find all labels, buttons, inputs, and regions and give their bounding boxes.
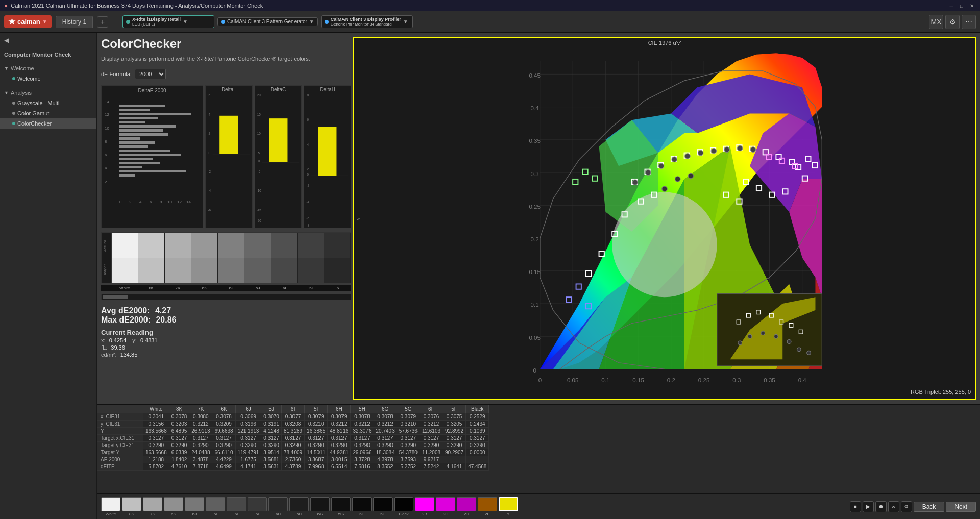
svg-point-150 [774, 334, 778, 338]
panel-title: ColorChecker [101, 37, 351, 51]
svg-text:8: 8 [307, 93, 309, 97]
nav-section-analysis: ▼ Analysis [0, 88, 96, 98]
device-selector-profiler[interactable]: CalMAN Client 3 Display Profiler Generic… [321, 15, 413, 28]
playback-controls: ■ ▶ ⏺ ∞ ⚙ Back Next [850, 501, 976, 512]
mix-button[interactable]: MX [929, 15, 943, 29]
close-button[interactable]: ✕ [968, 2, 976, 10]
deltaH-title: DeltaH [320, 87, 335, 92]
col-header-6f: 6F [420, 405, 443, 413]
swatch-6i-target [271, 258, 297, 283]
row-label-xcie31: x: CIE31 [97, 413, 143, 421]
swatch-item-7k[interactable]: 7K [143, 497, 162, 516]
svg-point-152 [797, 348, 801, 352]
swatch-color-6f [352, 497, 372, 511]
sidebar-item-colorchecker[interactable]: ColorChecker [0, 118, 96, 129]
deltaL-title: DeltaL [222, 87, 236, 92]
chart-scrollbar[interactable] [101, 294, 351, 300]
swatch-6i [271, 233, 298, 283]
topbar: ★ calman ▼ History 1 + X-Rite i1Display … [0, 11, 980, 33]
swatch-name-8k: 8K [129, 512, 134, 516]
swatch-color-5i-2 [248, 497, 267, 511]
svg-point-67 [612, 192, 717, 298]
play-button[interactable]: ▶ [863, 501, 874, 512]
settings-button[interactable]: ⚙ [945, 15, 960, 29]
loop-button[interactable]: ∞ [888, 501, 899, 512]
sidebar-item-colorgamut[interactable]: Color Gamut [0, 108, 96, 118]
swatch-item-5i-2[interactable]: 5I [248, 497, 267, 516]
swatch-color-5f [373, 497, 393, 511]
device-selector-display[interactable]: X-Rite i1Display Retail LCD (CCFL) ▼ [122, 15, 214, 28]
device-name-2: CalMAN Client 3 Pattern Generator [227, 19, 307, 24]
cie-diagram: 0 0.05 0.1 0.15 0.2 0.25 0.3 0.35 0.4 0.… [354, 48, 975, 389]
de-formula-select[interactable]: 2000 ITP CIE76 CMC [135, 69, 166, 79]
scrollbar-thumb[interactable] [103, 295, 128, 299]
col-header-5h: 5H [351, 405, 374, 413]
device-status-dot-3 [325, 20, 329, 24]
maximize-button[interactable]: □ [958, 2, 966, 10]
swatch-item-5g[interactable]: 5G [331, 497, 351, 516]
actual-label: Actual [103, 240, 110, 252]
settings2-button[interactable]: ⚙ [901, 501, 912, 512]
de-formula-label: dE Formula: [101, 71, 132, 77]
swatch-item-8k[interactable]: 8K [122, 497, 141, 516]
swatch-item-5f[interactable]: 5F [373, 497, 393, 516]
swatch-item-2b[interactable]: 2B [415, 497, 434, 516]
logo-dropdown[interactable]: ▼ [42, 19, 47, 24]
avg-de-value: 4.27 [155, 306, 171, 315]
next-button[interactable]: Next [946, 502, 976, 512]
swatch-item-active[interactable]: Y [499, 497, 518, 516]
data-table-area[interactable]: White 8K 7K 6K 6J 5J 6I 5I 6H 5H 6G 5G 6… [97, 404, 980, 493]
sidebar-item-welcome[interactable]: Welcome [0, 73, 96, 84]
add-tab-button[interactable]: + [97, 16, 108, 28]
swatch-5j [244, 233, 271, 283]
more-button[interactable]: ⋯ [962, 15, 976, 29]
svg-text:6: 6 [307, 118, 309, 122]
svg-text:-8: -8 [307, 224, 310, 228]
swatch-item-2e[interactable]: 2E [478, 497, 497, 516]
sidebar-collapse-button[interactable]: ◀ [4, 37, 9, 44]
swatch-item-6i[interactable]: 6I [227, 497, 246, 516]
swatch-item-6j[interactable]: 6J [185, 497, 204, 516]
swatch-item-2d[interactable]: 2D [457, 497, 476, 516]
history-tab[interactable]: History 1 [56, 16, 93, 28]
deltae-chart: DeltaE 2000 14 12 10 8 6 4 2 [101, 85, 203, 228]
minimize-button[interactable]: ─ [947, 2, 955, 10]
col-header-6k: 6K [212, 405, 235, 413]
swatch-name-2e: 2E [485, 512, 490, 516]
swatch-7k [165, 233, 191, 283]
swatch-extra-actual [324, 233, 350, 258]
swatch-item-6g[interactable]: 6G [310, 497, 330, 516]
record-button[interactable]: ⏺ [875, 501, 887, 512]
swatch-item-5h[interactable]: 5H [289, 497, 309, 516]
device-name-3b: Generic PnP Monitor 34 Standard [331, 22, 401, 27]
sidebar-item-colorgamut-label: Color Gamut [17, 110, 49, 116]
swatch-6j [218, 233, 244, 283]
cie-y-axis: v' [355, 217, 361, 220]
row-label-de2000: ΔE 2000 [97, 456, 143, 463]
nav-dot-grayscale [12, 102, 15, 105]
nav-analysis-section: ▼ Analysis Grayscale - Multi Color Gamut… [0, 86, 96, 131]
rgb-triplet-label: RGB Triplet: 255, 255, 0 [911, 389, 971, 395]
swatch-item-6f[interactable]: 6F [352, 497, 372, 516]
svg-text:0.1: 0.1 [601, 377, 609, 383]
svg-text:0.45: 0.45 [529, 72, 540, 79]
nav-dot-colorchecker [12, 122, 15, 125]
swatch-item-white[interactable]: White [101, 497, 120, 516]
device-name-3a: CalMAN Client 3 Display Profiler [331, 17, 401, 22]
svg-text:0.05: 0.05 [567, 377, 578, 383]
stop-button[interactable]: ■ [850, 501, 861, 512]
svg-point-122 [711, 149, 716, 154]
swatch-item-2c[interactable]: 2C [436, 497, 455, 516]
swatch-item-black[interactable]: Black [394, 497, 413, 516]
device-selector-pattern[interactable]: CalMAN Client 3 Pattern Generator ▼ [217, 17, 318, 26]
deltaC-chart: DeltaC 20 15 10 5 0 -5 -10 -15 -20 [255, 85, 302, 228]
swatch-label-5j: 5J [244, 285, 271, 291]
swatch-color-5i-1 [206, 497, 225, 511]
swatch-label-8k: 8K [138, 285, 164, 291]
swatch-item-6h[interactable]: 6H [268, 497, 288, 516]
back-button[interactable]: Back [914, 502, 945, 512]
swatch-name-7k: 7K [150, 512, 155, 516]
swatch-item-6k[interactable]: 6K [164, 497, 183, 516]
swatch-item-5i-1[interactable]: 5I [206, 497, 225, 516]
sidebar-item-grayscale[interactable]: Grayscale - Multi [0, 98, 96, 108]
